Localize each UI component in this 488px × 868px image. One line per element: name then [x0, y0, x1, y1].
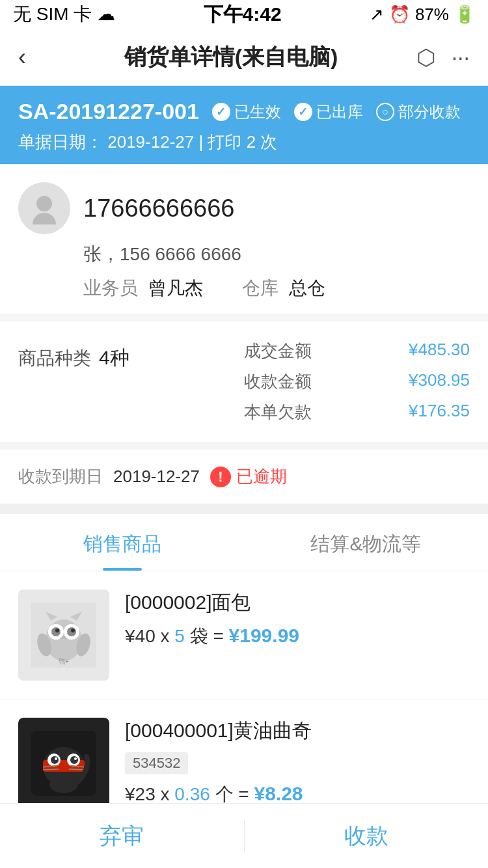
status-bar: 无 SIM 卡 ☁ 下午4:42 ↗ ⏰ 87% 🔋: [0, 0, 488, 29]
overdue-icon: !: [210, 467, 231, 487]
location-icon: ↗: [370, 5, 384, 25]
salesperson-label: 业务员: [83, 278, 138, 298]
product-info-1: [0000002]面包 ¥40 x 5 袋 = ¥199.99: [125, 590, 470, 649]
status-time: 下午4:42: [204, 1, 282, 28]
customer-phone: 17666666666: [83, 195, 234, 223]
product-list: 鸮+ [0000002]面包 ¥40 x 5 袋 = ¥199.99: [0, 571, 488, 828]
status-right: ↗ ⏰ 87% 🔋: [370, 5, 475, 25]
svg-point-3: [46, 619, 82, 661]
back-button[interactable]: ‹: [18, 44, 57, 71]
received-amount-row: 收款金额 ¥308.95: [244, 370, 470, 393]
deal-amount-row: 成交金额 ¥485.30: [244, 340, 470, 362]
product-total-2: ¥8.28: [254, 783, 303, 804]
svg-point-8: [55, 629, 59, 632]
svg-point-9: [71, 629, 75, 632]
overdue-badge: ! 已逾期: [210, 465, 287, 488]
avatar-icon: [28, 192, 61, 224]
customer-row: 17666666666: [18, 182, 470, 234]
svg-point-25: [55, 757, 57, 760]
status-label-1: 已生效: [234, 102, 281, 122]
due-date-label: 收款到期日: [18, 465, 103, 488]
product-sku-2: 534532: [125, 752, 188, 774]
customer-name: 张，156 6666 6666: [83, 242, 470, 267]
received-amount-value: ¥308.95: [409, 370, 470, 393]
check-icon-2: ✓: [294, 103, 312, 121]
banner-date-row: 单据日期： 2019-12-27 | 打印 2 次: [18, 131, 470, 154]
product-equals-2: =: [238, 784, 254, 804]
product-unit-2: 个: [215, 784, 234, 804]
product-qty-1: 5: [174, 626, 185, 646]
product-price-2: ¥23: [125, 784, 156, 804]
date-label: 单据日期：: [18, 132, 103, 152]
product-price-row-1: ¥40 x 5 袋 = ¥199.99: [125, 624, 470, 649]
svg-line-28: [43, 769, 59, 770]
product-name-1: [0000002]面包: [125, 590, 470, 616]
stats-category: 商品种类 4种: [18, 340, 244, 372]
svg-line-30: [69, 769, 85, 770]
product-image-2: [18, 718, 109, 809]
nav-bar: ‹ 销货单详情(来自电脑) ⬡ ···: [0, 29, 488, 86]
section-divider: [0, 504, 488, 514]
received-amount-label: 收款金额: [244, 370, 312, 393]
svg-point-1: [33, 213, 56, 224]
avatar: [18, 182, 70, 234]
product-name-2: [000400001]黄油曲奇: [125, 718, 470, 744]
product-image-placeholder-1: 鸮+: [18, 590, 109, 681]
tab-settlement[interactable]: 结算&物流等: [244, 514, 488, 571]
product-unit-1: 袋: [190, 626, 208, 646]
nav-actions: ⬡ ···: [405, 44, 470, 70]
product-multiply-1: x: [161, 626, 175, 646]
status-left: 无 SIM 卡 ☁: [13, 2, 115, 27]
product-multiply-2: x: [161, 784, 175, 804]
product-equals-1: =: [213, 626, 228, 646]
svg-point-24: [70, 756, 78, 764]
order-header-banner: SA-20191227-001 ✓ 已生效 ✓ 已出库 ○ 部分收款 单据日期：…: [0, 86, 488, 164]
check-icon-1: ✓: [212, 103, 230, 121]
owed-amount-label: 本单欠款: [244, 401, 312, 424]
status-label-2: 已出库: [316, 102, 363, 122]
salesperson-meta: 业务员 曾凡杰: [83, 276, 203, 301]
due-date-section: 收款到期日 2019-12-27 ! 已逾期: [0, 450, 488, 504]
svg-point-0: [36, 196, 52, 211]
tab-sales-products[interactable]: 销售商品: [0, 514, 244, 571]
status-badge-2: ✓ 已出库: [294, 102, 363, 122]
svg-text:鸮+: 鸮+: [59, 658, 69, 665]
product-thumb-2: [18, 718, 109, 809]
status-label-3: 部分收款: [398, 102, 461, 122]
customer-meta: 业务员 曾凡杰 仓库 总仓: [83, 276, 470, 301]
svg-point-26: [74, 757, 77, 760]
due-date-value: 2019-12-27: [113, 467, 200, 487]
product-total-1: ¥199.99: [229, 625, 299, 646]
stats-section: 商品种类 4种 成交金额 ¥485.30 收款金额 ¥308.95 本单欠款 ¥…: [0, 321, 488, 442]
clock-icon: ○: [376, 103, 394, 121]
cancel-review-button[interactable]: 弃审: [0, 808, 244, 864]
warehouse-value: 总仓: [289, 278, 325, 298]
order-id: SA-20191227-001: [18, 99, 199, 124]
owed-amount-value: ¥176.35: [409, 401, 470, 424]
product-thumb-1: 鸮+: [18, 590, 109, 681]
warehouse-meta: 仓库 总仓: [242, 276, 325, 301]
tabs-bar: 销售商品 结算&物流等: [0, 514, 488, 571]
customer-section: 17666666666 张，156 6666 6666 业务员 曾凡杰 仓库 总…: [0, 164, 488, 314]
svg-point-23: [51, 756, 59, 764]
more-icon[interactable]: ···: [452, 44, 470, 70]
status-badge-3: ○ 部分收款: [376, 102, 461, 122]
collect-payment-button[interactable]: 收款: [245, 808, 489, 864]
banner-row1: SA-20191227-001 ✓ 已生效 ✓ 已出库 ○ 部分收款: [18, 99, 470, 124]
bottom-bar: 弃审 收款: [0, 803, 488, 868]
battery-icon: 🔋: [454, 5, 475, 25]
ninja-cat-icon: [31, 731, 96, 796]
deal-amount-value: ¥485.30: [409, 340, 470, 362]
overdue-text: 已逾期: [236, 465, 287, 488]
owl-icon: 鸮+: [31, 603, 96, 668]
order-date: 2019-12-27: [107, 132, 194, 152]
category-count: 4种: [99, 345, 129, 372]
print-info: | 打印 2 次: [198, 132, 277, 152]
alarm-icon: ⏰: [389, 5, 410, 25]
svg-point-31: [49, 775, 78, 793]
product-info-2: [000400001]黄油曲奇 534532 ¥23 x 0.36 个 = ¥8…: [125, 718, 470, 807]
owed-amount-row: 本单欠款 ¥176.35: [244, 401, 470, 424]
status-badge-1: ✓ 已生效: [212, 102, 281, 122]
product-item: 鸮+ [0000002]面包 ¥40 x 5 袋 = ¥199.99: [0, 571, 488, 699]
share-icon[interactable]: ⬡: [416, 44, 436, 70]
